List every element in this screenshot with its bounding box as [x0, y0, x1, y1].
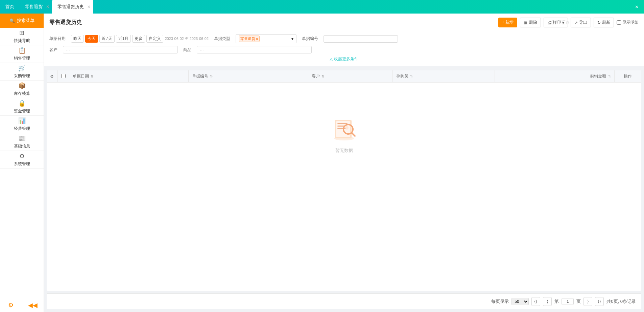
empty-state: 暂无数据 — [47, 83, 641, 181]
goods-label: 商品 — [183, 47, 191, 53]
guide-sort-icon: ⇅ — [410, 74, 413, 78]
doc-type-chevron-icon: ▾ — [291, 37, 293, 41]
main-layout: 🔍 搜索菜单 ⊞ 快捷导航 📋 销售管理 🛒 采购管理 📦 库存核算 🔒 资金管… — [0, 14, 644, 312]
pagination-bar: 每页显示 50 20 100 ⟨⟨ ⟨ 第 页 ⟩ ⟩⟩ 共0页, 0条记录 — [47, 293, 641, 309]
delete-icon: 🗑 — [524, 20, 528, 25]
per-page-select[interactable]: 50 20 100 — [511, 298, 529, 305]
table-container: ⚙ 单据日期 ⇅ 单据编号 ⇅ — [47, 70, 641, 291]
export-button[interactable]: ↗ 导出 — [571, 18, 591, 27]
collapse-icon: △ — [330, 57, 333, 62]
data-table: ⚙ 单据日期 ⇅ 单据编号 ⇅ — [47, 70, 641, 181]
empty-state-row: 暂无数据 — [47, 83, 641, 181]
quick-nav-icon: ⊞ — [19, 29, 24, 37]
th-amount[interactable]: 实销金额 ⇅ — [495, 70, 614, 83]
sidebar-item-basic-info[interactable]: 📰 基础信息 — [0, 133, 44, 151]
th-customer[interactable]: 客户 ⇅ — [308, 70, 392, 83]
search-icon: 🔍 — [9, 18, 15, 23]
doc-no-label: 单据编号 — [302, 36, 318, 42]
date-btn-7days[interactable]: 近7天 — [99, 35, 115, 43]
prev-page-button[interactable]: ⟨ — [543, 297, 552, 306]
last-page-button[interactable]: ⟩⟩ — [595, 297, 604, 306]
operation-icon: 📊 — [18, 117, 26, 125]
sidebar-audio-button[interactable]: ◀◀ — [22, 298, 44, 312]
delete-button[interactable]: 🗑 删除 — [520, 18, 541, 27]
date-btn-more[interactable]: 更多 — [132, 35, 145, 43]
system-icon: ⚙ — [19, 152, 25, 160]
top-bar: 首页 零售退货 ✕ 零售退货历史 ✕ ✕ — [0, 0, 644, 14]
first-page-button[interactable]: ⟨⟨ — [531, 297, 540, 306]
tab-home[interactable]: 首页 — [0, 0, 20, 14]
date-group: 昨天 今天 近7天 近1月 更多 自定义 2023-06-02 至 2023-0… — [71, 35, 209, 43]
date-btn-custom[interactable]: 自定义 — [146, 35, 163, 43]
sidebar-item-inventory-check[interactable]: 📦 库存核算 — [0, 81, 44, 98]
sidebar-item-fund-mgmt[interactable]: 🔒 资金管理 — [0, 98, 44, 116]
filter-area: 单据日期 昨天 今天 近7天 近1月 更多 自定义 2023-06-02 至 2… — [49, 31, 639, 66]
print-button[interactable]: 🖨 打印 ▾ — [544, 18, 568, 27]
date-filter-label: 单据日期 — [49, 36, 66, 42]
doc-no-sort-icon: ⇅ — [210, 74, 213, 78]
th-gear[interactable]: ⚙ — [47, 70, 57, 83]
filter-row-2: 客户 … 商品 … — [49, 46, 639, 53]
show-detail-checkbox-label[interactable]: 显示明细 — [617, 20, 639, 25]
search-menu-button[interactable]: 🔍 搜索菜单 — [0, 14, 44, 28]
sidebar-bottom: ⚙ ◀◀ — [0, 298, 44, 312]
print-chevron-icon: ▾ — [562, 20, 564, 25]
svg-rect-3 — [337, 123, 348, 124]
show-detail-checkbox[interactable] — [617, 20, 621, 25]
svg-line-7 — [352, 133, 355, 136]
sidebar-item-system-mgmt[interactable]: ⚙ 系统管理 — [0, 151, 44, 169]
export-icon: ↗ — [574, 20, 578, 25]
collapse-button[interactable]: △ 收起更多条件 — [330, 56, 358, 62]
th-guide[interactable]: 导购员 ⇅ — [392, 70, 495, 83]
doc-no-input[interactable] — [324, 35, 398, 43]
page-title-row: 零售退货历史 + 新增 🗑 删除 🖨 打印 ▾ ↗ 导出 — [49, 18, 639, 27]
goods-select[interactable]: … — [197, 46, 312, 53]
doc-type-tag-remove[interactable]: × — [256, 37, 258, 41]
tab-bar: 首页 零售退货 ✕ 零售退货历史 ✕ — [0, 0, 635, 14]
print-icon: 🖨 — [547, 20, 551, 25]
doc-type-select[interactable]: 零售退货 × ▾ — [236, 34, 296, 43]
content-area: 零售退货历史 + 新增 🗑 删除 🖨 打印 ▾ ↗ 导出 — [44, 14, 644, 312]
page-header: 零售退货历史 + 新增 🗑 删除 🖨 打印 ▾ ↗ 导出 — [44, 14, 644, 66]
tab-return-history[interactable]: 零售退货历史 ✕ — [52, 0, 93, 14]
th-doc-no[interactable]: 单据编号 ⇅ — [189, 70, 308, 83]
tab-return-history-close[interactable]: ✕ — [87, 4, 91, 9]
empty-text: 暂无数据 — [335, 148, 353, 154]
th-check[interactable] — [57, 70, 69, 83]
amount-sort-icon: ⇅ — [608, 74, 611, 78]
doc-type-tag: 零售退货 × — [239, 36, 260, 42]
sidebar-item-sales-mgmt[interactable]: 📋 销售管理 — [0, 45, 44, 63]
date-btn-1month[interactable]: 近1月 — [116, 35, 131, 43]
date-btn-today[interactable]: 今天 — [85, 35, 98, 43]
basic-info-icon: 📰 — [18, 135, 26, 142]
sidebar-item-quick-nav[interactable]: ⊞ 快捷导航 — [0, 28, 44, 45]
total-label: 共0页, 0条记录 — [606, 298, 636, 305]
refresh-icon: ↻ — [597, 20, 601, 25]
customer-label: 客户 — [49, 47, 57, 53]
date-range-display: 2023-06-02 至 2023-06-02 — [165, 36, 209, 41]
sidebar-item-purchase-mgmt[interactable]: 🛒 采购管理 — [0, 63, 44, 81]
inventory-icon: 📦 — [18, 82, 26, 89]
th-date[interactable]: 单据日期 ⇅ — [69, 70, 189, 83]
tab-return-close[interactable]: ✕ — [46, 4, 49, 9]
toolbar: + 新增 🗑 删除 🖨 打印 ▾ ↗ 导出 ↻ — [498, 18, 639, 27]
page-suffix: 页 — [576, 298, 581, 305]
svg-point-8 — [345, 126, 349, 130]
select-all-checkbox[interactable] — [61, 74, 66, 78]
customer-select[interactable]: … — [63, 46, 178, 53]
date-btn-yesterday[interactable]: 昨天 — [71, 35, 84, 43]
refresh-button[interactable]: ↻ 刷新 — [594, 18, 614, 27]
doc-type-label: 单据类型 — [214, 36, 230, 42]
empty-illustration — [327, 110, 361, 143]
sidebar-item-operation-mgmt[interactable]: 📊 经营管理 — [0, 116, 44, 133]
window-close-button[interactable]: ✕ — [635, 4, 644, 9]
page-number-input[interactable] — [562, 298, 574, 305]
tab-return[interactable]: 零售退货 ✕ — [20, 0, 52, 14]
purchase-icon: 🛒 — [18, 64, 26, 72]
next-page-button[interactable]: ⟩ — [583, 297, 592, 306]
sidebar: 🔍 搜索菜单 ⊞ 快捷导航 📋 销售管理 🛒 采购管理 📦 库存核算 🔒 资金管… — [0, 14, 44, 312]
sidebar-settings-button[interactable]: ⚙ — [0, 298, 22, 312]
add-button[interactable]: + 新增 — [498, 18, 517, 27]
table-header-row: ⚙ 单据日期 ⇅ 单据编号 ⇅ — [47, 70, 641, 83]
th-action: 操作 — [614, 70, 641, 83]
